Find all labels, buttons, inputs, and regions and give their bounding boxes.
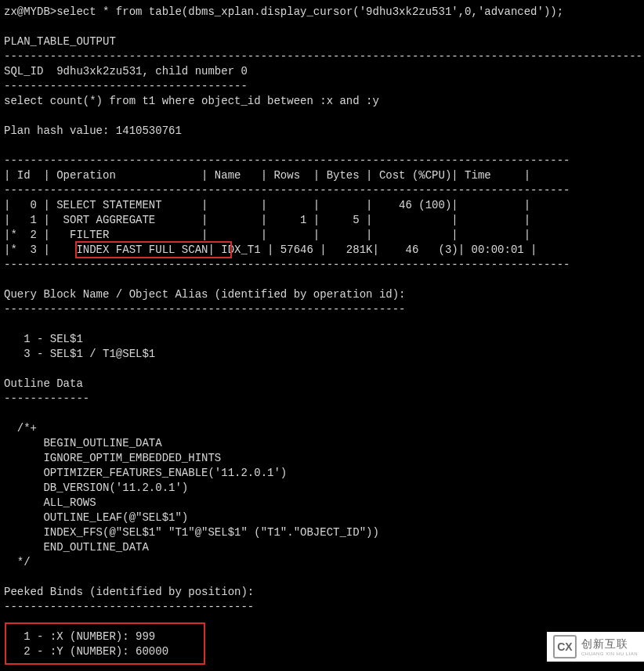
peeked-binds-title: Peeked Binds (identified by position): [4, 586, 254, 598]
plan-hash-line: Plan hash value: 1410530761 [4, 124, 182, 137]
divider: ------------------------------------- [4, 80, 248, 92]
query-text: select count(*) from t1 where object_id … [4, 95, 379, 107]
sql-command: select * from table(dbms_xplan.display_c… [56, 5, 563, 18]
divider: -------------------------------------- [4, 601, 254, 613]
terminal-output: zx@MYDB>select * from table(dbms_xplan.d… [0, 0, 644, 671]
watermark-logo-icon: CX [553, 635, 577, 658]
plan-row: |* 2 | FILTER | | | | | | [4, 229, 530, 241]
plan-row: | 0 | SELECT STATEMENT | | | | 46 (100)|… [4, 199, 530, 211]
divider: ----------------------------------------… [4, 50, 644, 63]
outline-open: /*+ [4, 422, 37, 435]
query-block-line: 3 - SEL$1 / T1@SEL$1 [4, 348, 155, 360]
outline-title: Outline Data [4, 377, 83, 390]
plan-row: |* 3 | INDEX FAST FULL SCAN| IDX_T1 | 57… [4, 244, 537, 256]
watermark-text: 创新互联 [581, 637, 638, 651]
outline-line: INDEX_FFS(@"SEL$1" "T1"@"SEL$1" ("T1"."O… [4, 526, 379, 539]
outline-line: OUTLINE_LEAF(@"SEL$1") [4, 511, 188, 524]
plan-row: | 1 | SORT AGGREGATE | | 1 | 5 | | | [4, 214, 530, 226]
outline-line: ALL_ROWS [4, 496, 96, 509]
outline-line: DB_VERSION('11.2.0.1') [4, 482, 188, 494]
plan-divider: ----------------------------------------… [4, 154, 570, 167]
divider: ----------------------------------------… [4, 303, 405, 316]
sql-id-line: SQL_ID 9dhu3xk2zu531, child number 0 [4, 65, 248, 78]
outline-line: BEGIN_OUTLINE_DATA [4, 437, 162, 449]
peeked-bind-line: 1 - :X (NUMBER): 999 [4, 630, 155, 643]
outline-line: END_OUTLINE_DATA [4, 541, 149, 554]
query-block-line: 1 - SEL$1 [4, 333, 83, 345]
divider: ------------- [4, 392, 89, 405]
plan-divider: ----------------------------------------… [4, 184, 570, 197]
highlight-box-peeked-binds [5, 622, 205, 665]
peeked-bind-line: 2 - :Y (NUMBER): 60000 [4, 645, 168, 658]
watermark: CX 创新互联 CHUANG XIN HU LIAN [547, 632, 644, 662]
outline-line: IGNORE_OPTIM_EMBEDDED_HINTS [4, 452, 221, 464]
outline-close: */ [4, 556, 31, 568]
plan-divider: ----------------------------------------… [4, 258, 570, 271]
plan-header-row: | Id | Operation | Name | Rows | Bytes |… [4, 169, 530, 182]
outline-line: OPTIMIZER_FEATURES_ENABLE('11.2.0.1') [4, 467, 287, 479]
plan-table-output-header: PLAN_TABLE_OUTPUT [4, 35, 116, 48]
query-block-title: Query Block Name / Object Alias (identif… [4, 288, 405, 301]
sql-prompt: zx@MYDB> [4, 5, 56, 18]
watermark-subtext: CHUANG XIN HU LIAN [581, 651, 638, 656]
